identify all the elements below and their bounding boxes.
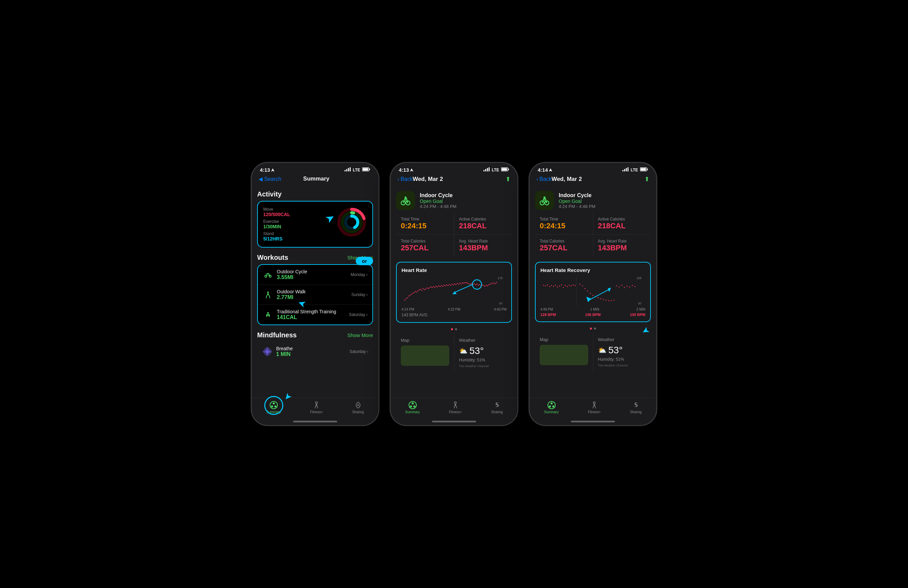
mindfulness-title: Mindfulness: [257, 331, 297, 339]
weather-channel-3: The Weather Channel: [598, 364, 646, 367]
svg-point-180: [626, 286, 628, 287]
workout-time-3: 4:24 PM - 4:48 PM: [559, 204, 595, 209]
tab-fitness-3[interactable]: Fitness+: [588, 401, 601, 414]
tab-summary-1[interactable]: Summary: [266, 401, 281, 414]
svg-point-29: [269, 353, 271, 355]
svg-line-122: [454, 284, 472, 292]
weather-temp-2: 53°: [470, 345, 484, 356]
svg-point-53: [408, 296, 409, 297]
share-icon-3[interactable]: ⬆: [644, 175, 649, 183]
tab-fitness-2[interactable]: Fitness+: [449, 401, 462, 414]
sharing-tab-icon-1: S: [354, 401, 362, 410]
workout-item-0[interactable]: Outdoor Cycle 3.55MI Monday ›: [258, 265, 372, 285]
breathe-svg: [262, 346, 273, 357]
tab-sharing-1[interactable]: S Sharing: [352, 401, 364, 414]
svg-point-85: [450, 285, 451, 286]
location-icon-3: [549, 168, 552, 172]
tab-sharing-2[interactable]: 𝕊 Sharing: [491, 401, 502, 414]
workout-item-2[interactable]: Traditional Strength Training 141CAL Sat…: [258, 305, 372, 325]
tab-bar-3: Summary Fitness+ 𝕊 Sharing: [530, 398, 656, 421]
svg-point-127: [413, 405, 415, 408]
status-right-3: LTE: [622, 167, 648, 172]
svg-rect-39: [487, 168, 488, 171]
battery-icon-3: [640, 167, 648, 172]
sharing-icon-1: S: [354, 401, 362, 410]
tab-bar-2: Summary Fitness+ 𝕊 Sharing: [391, 398, 517, 421]
hr-chart-title: Heart Rate: [401, 267, 507, 273]
activity-header: Activity: [257, 190, 373, 198]
weather-cell-2: Weather ⛅ 53° Humidity: 51% The Weather …: [454, 333, 512, 373]
workout-header-icon-2: [396, 191, 415, 210]
nav-back-2[interactable]: ‹ Back: [398, 176, 413, 182]
tab-sharing-3[interactable]: 𝕊 Sharing: [630, 401, 641, 414]
svg-point-141: [543, 196, 546, 199]
svg-point-92: [459, 283, 460, 284]
svg-point-140: [545, 198, 546, 199]
svg-rect-4: [349, 167, 351, 171]
svg-point-65: [424, 289, 425, 290]
network-label-2: LTE: [492, 168, 499, 172]
phone-heartrate: 4:13 LTE: [390, 162, 518, 426]
fitness-tab-icon-3: [590, 401, 599, 410]
svg-point-98: [467, 283, 468, 284]
fitness-icon-3: [590, 401, 599, 410]
weather-icon-3: ⛅: [598, 346, 607, 354]
nav-bar-2: ‹ Back Wed, Mar 2 ⬆: [391, 174, 517, 186]
svg-point-110: [483, 285, 484, 286]
status-right-2: LTE: [483, 167, 509, 172]
nav-title-2: Wed, Mar 2: [413, 176, 443, 183]
svg-point-75: [437, 286, 438, 288]
svg-point-55: [411, 294, 412, 295]
svg-point-90: [457, 283, 458, 284]
svg-point-26: [264, 349, 266, 350]
hr-chart-svg: 170 97: [401, 276, 507, 306]
svg-point-68: [428, 288, 429, 289]
svg-marker-130: [549, 168, 552, 172]
svg-rect-6: [369, 169, 370, 170]
svg-rect-20: [269, 314, 270, 316]
map-cell-3: Map: [535, 332, 593, 372]
svg-point-51: [406, 299, 407, 299]
tab-fitness-1[interactable]: Fitness+: [310, 401, 323, 414]
svg-point-153: [559, 286, 560, 286]
svg-point-190: [552, 405, 554, 408]
svg-point-46: [406, 198, 407, 199]
share-icon-2[interactable]: ⬆: [506, 175, 510, 183]
svg-point-91: [458, 284, 459, 285]
hrr-chart-3: Heart Rate Recovery 129 97: [535, 262, 651, 322]
hrr-bpm-3: 100 BPM: [630, 313, 646, 317]
tab-summary-3[interactable]: Summary: [544, 401, 559, 414]
workout-item-1[interactable]: Outdoor Walk 2.77MI Sunday ›: [258, 285, 372, 305]
nav-back-1[interactable]: ◀ Search: [259, 176, 281, 182]
svg-point-81: [445, 286, 446, 286]
summary-tab-icon-3: [547, 401, 556, 410]
mindfulness-card: Breathe 1 MIN Saturday ›: [257, 342, 373, 361]
workout-header-2: Indoor Cycle Open Goal 4:24 PM - 4:48 PM: [396, 186, 512, 213]
home-indicator-1: [293, 421, 337, 423]
svg-point-114: [488, 284, 489, 286]
status-time-3: 4:14: [538, 167, 552, 173]
svg-text:170: 170: [498, 276, 503, 280]
svg-point-149: [551, 285, 552, 286]
svg-point-84: [449, 284, 450, 285]
breathe-name: Breathe: [276, 346, 349, 351]
weather-label-3: Weather: [598, 337, 646, 342]
activity-rings: [336, 207, 367, 238]
mindfulness-show-more[interactable]: Show More: [347, 332, 373, 338]
svg-text:129: 129: [637, 276, 642, 280]
activity-card: Move 120/500CAL Exercise 1/30MIN Stand 5…: [257, 201, 373, 247]
tab-summary-2[interactable]: Summary: [405, 401, 420, 414]
svg-point-181: [629, 286, 630, 288]
workout-info-2: Indoor Cycle Open Goal 4:24 PM - 4:48 PM: [420, 193, 456, 209]
svg-point-87: [453, 284, 454, 286]
svg-point-161: [575, 285, 576, 286]
tab-label-summary-1: Summary: [266, 410, 281, 414]
nav-back-3[interactable]: ‹ Back: [536, 176, 552, 182]
hr-chart-area: 170 97: [401, 276, 507, 306]
svg-point-31: [273, 402, 275, 405]
svg-rect-3: [348, 168, 349, 171]
time-3: 4:14: [538, 167, 548, 173]
svg-rect-38: [485, 169, 486, 171]
battery-svg-2: [501, 167, 509, 171]
hrr-pre-dots: [543, 284, 576, 288]
